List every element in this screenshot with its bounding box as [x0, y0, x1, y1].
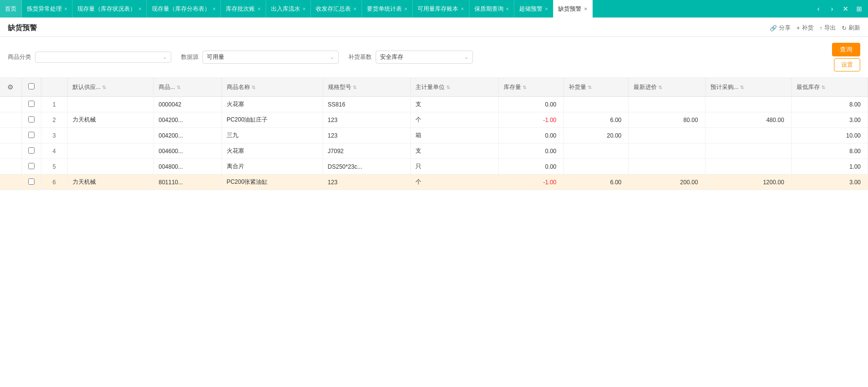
nav-tab-close-icon[interactable]: ×: [303, 6, 306, 12]
nav-tab-close-icon[interactable]: ×: [584, 6, 587, 12]
datasource-select[interactable]: 可用量 ⌄: [202, 51, 339, 64]
replenish-button[interactable]: + 补货: [796, 24, 814, 32]
col-spec[interactable]: 规格型号⇅: [323, 78, 410, 97]
nav-tab-close-icon[interactable]: ×: [213, 6, 216, 12]
row-latest-price: [629, 159, 705, 175]
export-button[interactable]: ↑ 导出: [819, 24, 836, 32]
row-product-code: 004200...: [153, 128, 221, 143]
nav-tab-avail-ledger[interactable]: 可用量库存账本×: [413, 0, 469, 18]
nav-tab-label: 收发存汇总表: [316, 5, 351, 13]
row-replenish: 6.00: [563, 112, 629, 128]
row-product-name: PC200油缸庄子: [221, 112, 323, 128]
row-min-stock: 8.00: [791, 143, 868, 159]
table-row: 4004600...火花塞J7092支0.008.00: [0, 143, 868, 159]
nav-tab-close-icon[interactable]: ×: [461, 6, 464, 12]
row-spec: 123: [323, 128, 410, 143]
col-gear[interactable]: ⚙: [0, 78, 21, 97]
row-spec: 123: [323, 112, 410, 128]
nav-tab-stock-dist[interactable]: 现存量（库存分布表）×: [147, 0, 221, 18]
nav-tab-stock-status[interactable]: 现存量（库存状况表）×: [72, 0, 146, 18]
settings-button[interactable]: 设置: [834, 58, 860, 71]
row-min-stock: 10.00: [791, 128, 868, 143]
nav-tab-close-icon[interactable]: ×: [404, 6, 407, 12]
nav-tab-close-icon[interactable]: ×: [64, 6, 67, 12]
row-checkbox[interactable]: [28, 101, 35, 107]
row-supplier: 力天机械: [67, 112, 153, 128]
nav-tab-label: 超储预警: [519, 5, 542, 13]
row-product-name: 三九: [221, 128, 323, 143]
col-latest-price[interactable]: 最新进价⇅: [629, 78, 705, 97]
replenish-filter-group: 补货基数 安全库存 ⌄: [348, 51, 473, 64]
row-gear: [0, 97, 21, 112]
nav-prev-button[interactable]: ‹: [812, 2, 825, 16]
row-min-stock: 1.00: [791, 159, 868, 175]
category-select[interactable]: ⌄: [35, 52, 171, 63]
replenish-sort-icon: ⇅: [588, 85, 592, 90]
row-product-name: 离合片: [221, 159, 323, 175]
nav-tab-inout[interactable]: 出入库流水×: [266, 0, 311, 18]
col-min-stock[interactable]: 最低库存⇅: [791, 78, 868, 97]
row-checkbox[interactable]: [28, 116, 35, 123]
nav-tab-home[interactable]: 首页: [0, 0, 22, 18]
col-replenish[interactable]: 补货量⇅: [563, 78, 629, 97]
replenish-select[interactable]: 安全库存 ⌄: [376, 51, 473, 64]
row-est-purchase: [705, 143, 791, 159]
nav-tab-abnormal[interactable]: 拣货异常处理×: [22, 0, 72, 18]
gear-icon[interactable]: ⚙: [5, 82, 16, 92]
nav-tab-shortage[interactable]: 缺货预警×: [553, 0, 592, 18]
code-sort-icon: ⇅: [177, 85, 181, 90]
spec-sort-icon: ⇅: [353, 85, 357, 90]
row-stock: -1.00: [498, 175, 563, 190]
row-unit: 只: [410, 159, 498, 175]
nav-next-button[interactable]: ›: [825, 2, 839, 16]
col-product-name[interactable]: 商品名称⇅: [221, 78, 323, 97]
table-row: 3004200...三九123箱0.0020.0010.00: [0, 128, 868, 143]
row-latest-price: [629, 143, 705, 159]
row-latest-price: 80.00: [629, 112, 705, 128]
col-est-purchase[interactable]: 预计采购...⇅: [705, 78, 791, 97]
share-icon: 🔗: [770, 25, 777, 32]
nav-tab-close-icon[interactable]: ×: [353, 6, 356, 12]
nav-tab-close-icon[interactable]: ×: [138, 6, 141, 12]
row-number: 4: [41, 143, 67, 159]
page-title: 缺货预警: [8, 23, 37, 33]
refresh-button[interactable]: ↻ 刷新: [842, 24, 860, 32]
nav-expand-button[interactable]: ⊞: [852, 2, 866, 16]
row-stock: 0.00: [498, 143, 563, 159]
nav-bar: 首页拣货异常处理×现存量（库存状况表）×现存量（库存分布表）×库存批次账×出入库…: [0, 0, 868, 18]
select-all-checkbox[interactable]: [28, 83, 35, 89]
col-unit[interactable]: 主计量单位⇅: [410, 78, 498, 97]
row-checkbox[interactable]: [28, 132, 35, 138]
name-sort-icon: ⇅: [252, 85, 255, 90]
table-container: ⚙ 默认供应...⇅ 商品...⇅ 商品名称⇅ 规格型号⇅ 主计量单位⇅ 库存量…: [0, 78, 868, 190]
row-gear: [0, 112, 21, 128]
row-checkbox[interactable]: [28, 163, 35, 169]
nav-tab-label: 缺货预警: [558, 5, 581, 13]
row-supplier: [67, 143, 153, 159]
col-product-code[interactable]: 商品...⇅: [153, 78, 221, 97]
row-est-purchase: 480.00: [705, 112, 791, 128]
row-checkbox[interactable]: [28, 147, 35, 154]
table-row: 6力天机械801110...PC200张紧油缸123个-1.006.00200.…: [0, 175, 868, 190]
nav-tab-close-icon[interactable]: ×: [506, 6, 509, 12]
nav-tab-expiry[interactable]: 保质期查询×: [470, 0, 514, 18]
row-latest-price: [629, 128, 705, 143]
row-number: 1: [41, 97, 67, 112]
row-min-stock: 8.00: [791, 97, 868, 112]
share-button[interactable]: 🔗 分享: [770, 24, 791, 32]
col-stock[interactable]: 库存量⇅: [498, 78, 563, 97]
row-product-name: 火花塞: [221, 143, 323, 159]
nav-close-button[interactable]: ✕: [839, 2, 852, 16]
nav-tab-batch[interactable]: 库存批次账×: [221, 0, 266, 18]
nav-tab-order-stat[interactable]: 要货单统计表×: [362, 0, 413, 18]
nav-tab-close-icon[interactable]: ×: [545, 6, 548, 12]
row-checkbox[interactable]: [28, 178, 35, 185]
replenish-chevron-icon: ⌄: [464, 54, 469, 60]
nav-tab-close-icon[interactable]: ×: [257, 6, 260, 12]
nav-tab-overstock[interactable]: 超储预警×: [514, 0, 553, 18]
nav-tab-recv[interactable]: 收发存汇总表×: [311, 0, 362, 18]
nav-tab-label: 出入库流水: [271, 5, 300, 13]
row-unit: 个: [410, 175, 498, 190]
col-supplier[interactable]: 默认供应...⇅: [67, 78, 153, 97]
query-button[interactable]: 查询: [832, 43, 860, 56]
